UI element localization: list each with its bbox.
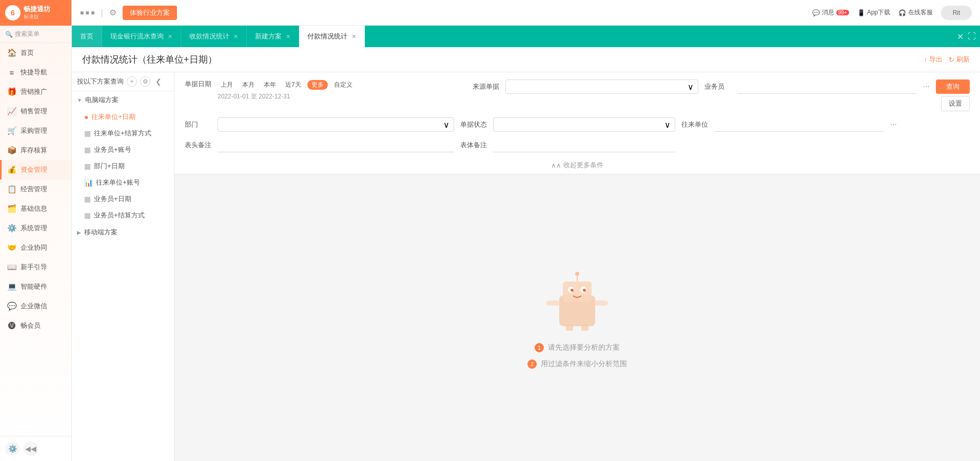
tab-home[interactable]: 首页 <box>72 26 102 47</box>
sidebar-item-purchase[interactable]: 🛒 采购管理 <box>0 121 71 141</box>
voucher-status-select[interactable]: ∨ <box>493 117 676 132</box>
avatar-text: Rit <box>953 9 961 16</box>
query-button[interactable]: 查询 <box>936 79 970 94</box>
collapse-more-button[interactable]: ∧∧ 收起更多条件 <box>185 156 970 174</box>
sidebar-item-label: 销售管理 <box>21 107 47 116</box>
partner-input[interactable] <box>714 117 884 132</box>
svg-rect-1 <box>563 282 592 302</box>
tab-receivable-close[interactable]: ✕ <box>233 33 238 40</box>
export-icon: ↑ <box>924 56 928 64</box>
settings-button[interactable]: 设置 <box>941 96 970 111</box>
scheme-item-icon: ▦ <box>84 195 91 203</box>
scheme-group-mobile-header[interactable]: ▶ 移动端方案 <box>72 224 174 241</box>
tab-payment-close[interactable]: ✕ <box>351 33 356 40</box>
empty-svg <box>536 267 618 334</box>
dept-select[interactable]: ∨ <box>218 117 454 132</box>
hint-text-2: 用过滤条件来缩小分析范围 <box>541 359 627 369</box>
export-button[interactable]: ↑ 导出 <box>924 55 943 64</box>
refresh-button[interactable]: ↻ 刷新 <box>949 55 970 64</box>
tabbar-right: ✕ ⛶ <box>957 26 980 47</box>
sidebar-item-sales[interactable]: 📈 销售管理 <box>0 102 71 121</box>
scheme-group-pc-header[interactable]: ▼ 电脑端方案 <box>72 91 174 109</box>
expand-icon[interactable]: ⛶ <box>968 32 976 41</box>
sidebar-item-member[interactable]: 🅥 畅会员 <box>0 316 71 335</box>
hardware-icon: 💻 <box>7 282 16 291</box>
scheme-add-icon[interactable]: + <box>127 76 137 87</box>
trial-button[interactable]: 体验行业方案 <box>123 6 177 20</box>
app-download-button[interactable]: 📱 App下载 <box>857 8 890 17</box>
online-service-button[interactable]: 🎧 在线客服 <box>898 8 933 17</box>
body-note-input[interactable] <box>493 138 676 152</box>
scheme-item-unit-date[interactable]: ● 往来单位+日期 <box>72 109 174 125</box>
page-header: 付款情况统计（往来单位+日期） ↑ 导出 ↻ 刷新 <box>72 47 980 72</box>
tab-spacer <box>365 26 957 47</box>
scheme-item-staff-account[interactable]: ▦ 业务员+账号 <box>72 142 174 158</box>
topbar-settings-icon[interactable]: ⚙ <box>109 8 116 17</box>
scheme-settings-icon[interactable]: ⚙ <box>140 76 150 87</box>
staff-dots[interactable]: ··· <box>923 82 930 91</box>
tab-cashflow[interactable]: 现金银行流水查询 ✕ <box>102 26 181 47</box>
quicknav-icon: ≡ <box>7 68 16 77</box>
tab-newplan[interactable]: 新建方案 ✕ <box>247 26 299 47</box>
sidebar-item-hardware[interactable]: 💻 智能硬件 <box>0 277 71 296</box>
filter-area: 单据日期 上月 本月 本年 近7天 更多 自定义 20 <box>174 72 980 174</box>
svg-point-5 <box>583 289 586 292</box>
empty-hint-1: 1 请先选择要分析的方案 <box>535 343 620 352</box>
date-7days[interactable]: 近7天 <box>282 79 304 90</box>
scheme-group-arrow: ▼ <box>77 97 82 103</box>
tab-receivable[interactable]: 收款情况统计 ✕ <box>181 26 247 47</box>
scheme-item-unit-account[interactable]: 📊 往来单位+账号 <box>72 174 174 191</box>
svg-point-4 <box>571 289 574 292</box>
tab-cashflow-close[interactable]: ✕ <box>168 33 172 40</box>
sidebar-item-guide[interactable]: 📖 新手引导 <box>0 257 71 277</box>
staff-input[interactable] <box>737 79 917 94</box>
sidebar-item-finance[interactable]: 💰 资金管理 <box>0 160 71 179</box>
source-label: 来源单据 <box>473 82 501 91</box>
messages-button[interactable]: 💬 消息 99+ <box>812 8 849 17</box>
header-note-input[interactable] <box>218 138 454 152</box>
scheme-item-staff-date[interactable]: ▦ 业务员+日期 <box>72 191 174 207</box>
sidebar-item-wechat[interactable]: 💬 企业微信 <box>0 296 71 316</box>
scheme-item-staff-settle[interactable]: ▦ 业务员+结算方式 <box>72 207 174 224</box>
close-all-tabs-icon[interactable]: ✕ <box>957 32 964 42</box>
sidebar-item-inventory[interactable]: 📦 库存核算 <box>0 141 71 160</box>
search-input[interactable]: 🔍 搜索菜单 <box>5 30 66 38</box>
sidebar-bottom: ⚙️ ◀◀ <box>0 436 71 461</box>
scheme-item-dept-date[interactable]: ▦ 部门+日期 <box>72 158 174 174</box>
scheme-panel: 按以下方案查询 + ⚙ ❮ ▼ 电脑端方案 ● 往来单位+日期 <box>72 72 174 461</box>
sidebar-item-operation[interactable]: 📋 经营管理 <box>0 179 71 199</box>
sidebar-item-marketing[interactable]: 🎁 营销推广 <box>0 82 71 102</box>
scheme-group-mobile: ▶ 移动端方案 <box>72 224 174 241</box>
date-this-year[interactable]: 本年 <box>261 79 279 90</box>
tab-payment[interactable]: 付款情况统计 ✕ <box>299 26 365 47</box>
source-select[interactable]: ∨ <box>505 79 698 94</box>
scheme-collapse-icon[interactable]: ❮ <box>155 77 162 86</box>
marketing-icon: 🎁 <box>7 87 16 96</box>
empty-hint-2: 2 用过滤条件来缩小分析范围 <box>527 359 627 369</box>
tab-newplan-close[interactable]: ✕ <box>286 33 290 40</box>
sidebar-search-area[interactable]: 🔍 搜索菜单 <box>0 26 71 43</box>
sidebar-item-label: 智能硬件 <box>21 282 47 291</box>
sidebar-item-system[interactable]: ⚙️ 系统管理 <box>0 218 71 238</box>
date-this-month[interactable]: 本月 <box>239 79 258 90</box>
hint-num-1: 1 <box>535 343 544 352</box>
partner-dots[interactable]: ··· <box>890 120 897 129</box>
svg-rect-9 <box>581 325 589 331</box>
wechat-icon: 💬 <box>7 302 16 311</box>
date-more[interactable]: 更多 <box>307 80 328 90</box>
settings-bottom-icon[interactable]: ⚙️ <box>5 442 19 456</box>
date-custom[interactable]: 自定义 <box>331 79 356 90</box>
sidebar-item-home[interactable]: 🏠 首页 <box>0 43 71 63</box>
sidebar-item-quicknav[interactable]: ≡ 快捷导航 <box>0 63 71 82</box>
operation-icon: 📋 <box>7 185 16 194</box>
sidebar-nav: 🏠 首页 ≡ 快捷导航 🎁 营销推广 📈 销售管理 🛒 采购管理 📦 库存核算 … <box>0 43 71 436</box>
avatar[interactable]: Rit <box>941 6 972 20</box>
inventory-icon: 📦 <box>7 146 16 155</box>
body-note-label: 表体备注 <box>460 141 489 150</box>
sidebar-item-collab[interactable]: 🤝 企业协同 <box>0 238 71 257</box>
scheme-item-unit-settle[interactable]: ▦ 往来单位+结算方式 <box>72 125 174 142</box>
sidebar-item-label: 采购管理 <box>21 126 47 135</box>
sidebar-item-basic[interactable]: 🗂️ 基础信息 <box>0 199 71 218</box>
date-last-month[interactable]: 上月 <box>218 79 236 90</box>
collapse-sidebar-icon[interactable]: ◀◀ <box>24 442 38 456</box>
